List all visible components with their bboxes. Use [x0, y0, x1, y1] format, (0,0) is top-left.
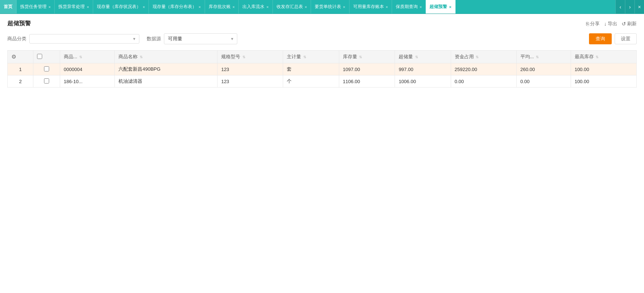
- nav-tab-overstock[interactable]: 超储预警 ×: [426, 0, 455, 14]
- cell-capital: 259220.00: [451, 63, 516, 75]
- inv-batch-label: 库存批次账: [209, 4, 231, 10]
- category-select[interactable]: ▾: [29, 34, 139, 44]
- nav-tab-home[interactable]: 首页: [0, 0, 17, 14]
- col-overstock-label: 超储量: [399, 54, 413, 59]
- share-icon: ⎘: [586, 21, 589, 27]
- cell-product-code: 0000004: [60, 63, 115, 75]
- sort-unit-icon[interactable]: ⇅: [303, 55, 306, 59]
- datasource-select[interactable]: 可用量 ▾: [164, 33, 237, 44]
- nav-tab-expiry-check[interactable]: 保质期查询 ×: [392, 0, 426, 14]
- close-order-stats[interactable]: ×: [343, 5, 345, 9]
- order-stats-label: 要货单统计表: [315, 4, 341, 10]
- nav-prev-btn[interactable]: ‹: [615, 0, 625, 14]
- cell-row-num: 2: [8, 75, 33, 88]
- available-ledger-label: 可用量库存账本: [353, 4, 384, 10]
- nav-close-btn[interactable]: ×: [634, 0, 644, 14]
- nav-tab-available-ledger[interactable]: 可用量库存账本 ×: [350, 0, 392, 14]
- category-label: 商品分类: [7, 36, 26, 42]
- sort-avg-icon[interactable]: ⇅: [536, 55, 539, 59]
- nav-next-btn[interactable]: ›: [625, 0, 634, 14]
- row-checkbox[interactable]: [44, 66, 49, 71]
- nav-tab-inv-batch[interactable]: 库存批次账 ×: [205, 0, 239, 14]
- filter-right-actions: 查询 设置: [589, 33, 637, 44]
- cell-product-code: 186-10...: [60, 75, 115, 88]
- share-label: 分享: [590, 21, 600, 27]
- col-unit: 主计量 ⇅: [283, 51, 339, 63]
- sort-max-stock-icon[interactable]: ⇅: [596, 55, 599, 59]
- close-inv-status[interactable]: ×: [143, 5, 145, 9]
- export-label: 导出: [608, 21, 617, 27]
- col-max-stock-label: 最高库存: [575, 54, 594, 59]
- task-mgmt-label: 拣货任务管理: [20, 4, 47, 10]
- header-row: ⚙ 商品... ⇅ 商品名称 ⇅ 规格型号 ⇅ 主计量: [8, 51, 637, 63]
- cell-avg: 260.00: [516, 63, 571, 75]
- sort-overstock-icon[interactable]: ⇅: [415, 55, 418, 59]
- col-max-stock: 最高库存 ⇅: [571, 51, 636, 63]
- cell-stock: 1106.00: [339, 75, 395, 88]
- nav-tab-inv-dist[interactable]: 现存量（库存分布表） ×: [149, 0, 205, 14]
- cell-spec: 123: [217, 63, 283, 75]
- export-link[interactable]: ↓ 导出: [604, 21, 617, 27]
- close-task-mgmt[interactable]: ×: [48, 5, 51, 9]
- close-in-out-flow[interactable]: ×: [266, 5, 268, 9]
- cell-overstock: 1006.00: [395, 75, 451, 88]
- gear-settings-icon[interactable]: ⚙: [11, 53, 16, 60]
- nav-tab-order-stats[interactable]: 要货单统计表 ×: [311, 0, 349, 14]
- cell-unit: 套: [283, 63, 339, 75]
- close-available-ledger[interactable]: ×: [386, 5, 388, 9]
- nav-tab-task-mgmt[interactable]: 拣货任务管理 ×: [17, 0, 55, 14]
- datasource-filter-item: 数据源 可用量 ▾: [147, 33, 237, 44]
- query-button[interactable]: 查询: [589, 33, 612, 44]
- col-spec: 规格型号 ⇅: [217, 51, 283, 63]
- col-unit-label: 主计量: [287, 54, 301, 59]
- settings-button[interactable]: 设置: [615, 33, 637, 44]
- cell-avg: 0.00: [516, 75, 571, 88]
- sort-product-code-icon[interactable]: ⇅: [79, 55, 82, 59]
- share-link[interactable]: ⎘ 分享: [586, 21, 600, 27]
- table-body: 1 0000004 六配套新昌490BPG 123 套 1097.00 997.…: [8, 63, 637, 88]
- sort-capital-icon[interactable]: ⇅: [476, 55, 479, 59]
- nav-tab-in-out-flow[interactable]: 出入库流水 ×: [239, 0, 272, 14]
- header-actions: ⎘ 分享 ↓ 导出 ↺ 刷新: [586, 21, 637, 27]
- datasource-label: 数据源: [147, 36, 161, 42]
- close-expiry-check[interactable]: ×: [420, 5, 422, 9]
- col-capital: 资金占用 ⇅: [451, 51, 516, 63]
- home-label: 首页: [4, 4, 12, 10]
- close-inv-batch[interactable]: ×: [233, 5, 235, 9]
- cell-overstock: 997.00: [395, 63, 451, 75]
- datasource-chevron-icon: ▾: [231, 36, 233, 41]
- page-title: 超储预警: [7, 20, 31, 27]
- sort-stock-icon[interactable]: ⇅: [359, 55, 362, 59]
- table-header: ⚙ 商品... ⇅ 商品名称 ⇅ 规格型号 ⇅ 主计量: [8, 51, 637, 63]
- export-icon: ↓: [604, 21, 607, 27]
- cell-unit: 个: [283, 75, 339, 88]
- sort-product-name-icon[interactable]: ⇅: [140, 55, 143, 59]
- cell-capital: 0.00: [451, 75, 516, 88]
- col-stock-label: 库存量: [343, 54, 357, 59]
- nav-tab-abnormal[interactable]: 拣货异常处理 ×: [55, 0, 93, 14]
- refresh-label: 刷新: [627, 21, 637, 27]
- close-overstock[interactable]: ×: [449, 5, 451, 9]
- col-product-name: 商品名称 ⇅: [115, 51, 217, 63]
- close-abnormal[interactable]: ×: [87, 5, 89, 9]
- page-content: 超储预警 ⎘ 分享 ↓ 导出 ↺ 刷新 商品分类 ▾ 数据源: [0, 14, 644, 293]
- cell-checkbox: [33, 63, 60, 75]
- nav-tab-collect-summary[interactable]: 收发存汇总表 ×: [273, 0, 311, 14]
- col-overstock: 超储量 ⇅: [395, 51, 451, 63]
- col-avg-label: 平均...: [520, 54, 534, 59]
- col-avg: 平均... ⇅: [516, 51, 571, 63]
- data-table: ⚙ 商品... ⇅ 商品名称 ⇅ 规格型号 ⇅ 主计量: [7, 50, 637, 88]
- col-spec-label: 规格型号: [221, 54, 240, 59]
- refresh-link[interactable]: ↺ 刷新: [622, 21, 637, 27]
- close-inv-dist[interactable]: ×: [198, 5, 201, 9]
- refresh-icon: ↺: [622, 21, 626, 27]
- in-out-flow-label: 出入库流水: [242, 4, 264, 10]
- select-all-checkbox[interactable]: [37, 54, 42, 59]
- cell-row-num: 1: [8, 63, 33, 75]
- col-product-code: 商品... ⇅: [60, 51, 115, 63]
- close-collect-summary[interactable]: ×: [305, 5, 307, 9]
- top-nav: 首页 拣货任务管理 × 拣货异常处理 × 现存量（库存状况表） × 现存量（库存…: [0, 0, 644, 14]
- nav-tab-inv-status[interactable]: 现存量（库存状况表） ×: [93, 0, 149, 14]
- sort-spec-icon[interactable]: ⇅: [242, 55, 245, 59]
- row-checkbox[interactable]: [44, 78, 49, 84]
